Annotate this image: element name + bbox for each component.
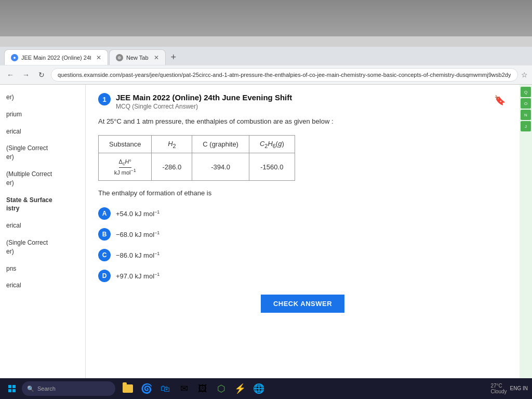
tab-jee[interactable]: ● JEE Main 2022 (Online) 24th Juni... ✕ (4, 49, 108, 65)
option-c-badge: C (98, 249, 111, 261)
question-header: 1 JEE Main 2022 (Online) 24th June Eveni… (98, 93, 507, 110)
option-a[interactable]: A +54.0 kJ mol−1 (98, 207, 507, 220)
question-number: 1 (98, 93, 111, 105)
right-panel: Q O N J (520, 85, 532, 399)
browser-chrome: ● JEE Main 2022 (Online) 24th Juni... ✕ … (0, 47, 532, 85)
game-icon: ⬡ (217, 383, 225, 394)
reload-button[interactable]: ↻ (35, 69, 48, 81)
option-d-badge: D (98, 270, 111, 282)
option-d[interactable]: D +97.0 kJ mol−1 (98, 270, 507, 282)
back-button[interactable]: ← (4, 69, 17, 81)
tab-jee-icon: ● (11, 54, 18, 61)
right-panel-item-3[interactable]: N (521, 110, 531, 120)
option-c[interactable]: C −86.0 kJ mol−1 (98, 249, 507, 261)
taskbar-search[interactable]: 🔍 Search (22, 381, 115, 396)
photo-icon: 🖼 (198, 383, 207, 394)
sidebar-item-multiple-correct[interactable]: (Multiple Correcter) (0, 166, 85, 192)
question-title-block: JEE Main 2022 (Online) 24th June Evening… (116, 93, 292, 110)
option-b[interactable]: B −68.0 kJ mol−1 (98, 228, 507, 241)
right-panel-item-2[interactable]: O (521, 98, 531, 109)
taskbar-app-store[interactable]: 🛍 (157, 380, 174, 397)
sidebar-item-prium[interactable]: prium (0, 106, 85, 123)
start-button[interactable] (4, 381, 20, 396)
address-text: questions.examside.com/past-years/jee/qu… (58, 72, 511, 78)
sidebar: er) prium erical (Single Correcter) (Mul… (0, 85, 86, 399)
taskbar-app-mail[interactable]: ✉ (176, 380, 192, 397)
tab-bar: ● JEE Main 2022 (Online) 24th Juni... ✕ … (0, 47, 532, 65)
table-cell-h2-value: -286.0 (152, 153, 192, 181)
table-header-h2: H2 (152, 135, 192, 153)
taskbar-right: 27°C Cloudy ENG IN (490, 383, 528, 394)
fraction-numerator: ΔcH° (119, 158, 131, 168)
tab-newtab-close[interactable]: ✕ (154, 54, 159, 61)
question-type: MCQ (Single Correct Answer) (116, 103, 292, 110)
content-area: 1 JEE Main 2022 (Online) 24th June Eveni… (86, 85, 520, 399)
check-answer-button[interactable]: CHECK ANSWER (261, 295, 344, 313)
right-panel-item-1[interactable]: Q (521, 87, 531, 97)
taskbar-app-game[interactable]: ⬡ (213, 380, 230, 397)
windows-icon (8, 385, 16, 392)
options-list: A +54.0 kJ mol−1 B −68.0 kJ mol−1 C −86.… (98, 207, 507, 282)
main-layout: er) prium erical (Single Correcter) (Mul… (0, 85, 532, 399)
chrome-icon: 🌐 (253, 383, 264, 394)
sidebar-item-state-surface[interactable]: State & Surfaceistry (0, 192, 85, 218)
store-icon: 🛍 (161, 383, 170, 394)
time-display: ENG IN (510, 385, 528, 392)
sidebar-item-erical3[interactable]: erical (0, 277, 85, 294)
option-c-text: −86.0 kJ mol−1 (116, 251, 159, 259)
question-text: At 25°C and 1 atm pressure, the enthalpi… (98, 116, 507, 127)
tab-jee-label: JEE Main 2022 (Online) 24th Juni... (21, 55, 91, 61)
taskbar-apps: 🌀 🛍 ✉ 🖼 ⬡ ⚡ 🌐 (119, 380, 267, 397)
formation-text: The enthalpy of formation of ethane is (98, 189, 507, 197)
explorer-icon (123, 384, 133, 393)
sidebar-item-erical1[interactable]: erical (0, 123, 85, 140)
table-header-substance: Substance (99, 135, 152, 153)
weather-temp: 27°C (490, 383, 507, 389)
right-panel-item-4[interactable]: J (521, 121, 531, 131)
option-d-text: +97.0 kJ mol−1 (116, 272, 159, 280)
taskbar-app-edge[interactable]: 🌀 (138, 380, 155, 397)
photo-bar (0, 0, 532, 47)
sidebar-item-single-correct2[interactable]: (Single Correcter) (0, 234, 85, 260)
taskbar-app-photo[interactable]: 🖼 (194, 380, 211, 397)
option-a-badge: A (98, 207, 111, 220)
sidebar-item-erical2[interactable]: erical (0, 217, 85, 234)
forward-button[interactable]: → (20, 69, 32, 81)
address-bar[interactable]: questions.examside.com/past-years/jee/qu… (51, 68, 518, 82)
tab-jee-close[interactable]: ✕ (96, 54, 101, 61)
fraction-label: ΔcH° kJ mol−1 (114, 158, 136, 176)
edge-icon: 🌀 (141, 383, 152, 394)
option-a-text: +54.0 kJ mol−1 (116, 209, 159, 218)
fraction-denominator: kJ mol−1 (114, 168, 136, 176)
table-cell-graphite-value: -394.0 (192, 153, 249, 181)
taskbar-search-label: Search (37, 385, 56, 392)
table-header-graphite: C (graphite) (192, 135, 249, 153)
sidebar-item-er[interactable]: er) (0, 89, 85, 106)
weather-info: 27°C Cloudy (490, 383, 507, 394)
security-icon: ⚡ (234, 383, 246, 394)
mail-icon: ✉ (180, 383, 188, 394)
taskbar-search-icon: 🔍 (27, 385, 34, 392)
table-row-label: ΔcH° kJ mol−1 (99, 153, 152, 181)
tab-newtab[interactable]: ⊕ New Tab ✕ (109, 49, 166, 65)
option-b-badge: B (98, 228, 111, 241)
option-b-text: −68.0 kJ mol−1 (116, 230, 159, 238)
bookmark-icon[interactable]: ☆ (521, 71, 528, 79)
weather-condition: Cloudy (490, 389, 507, 394)
new-tab-button[interactable]: + (167, 52, 181, 63)
table-header-ethane: C2H6(g) (249, 135, 295, 153)
taskbar-app-chrome[interactable]: 🌐 (250, 380, 267, 397)
taskbar: 🔍 Search 🌀 🛍 ✉ 🖼 ⬡ ⚡ 🌐 27°C Cloud (0, 378, 532, 399)
tab-newtab-icon: ⊕ (116, 54, 123, 61)
sidebar-item-pns[interactable]: pns (0, 260, 85, 277)
question-exam-title: JEE Main 2022 (Online) 24th June Evening… (116, 93, 292, 102)
table-cell-ethane-value: -1560.0 (249, 153, 295, 181)
address-bar-row: ← → ↻ questions.examside.com/past-years/… (0, 65, 532, 84)
combustion-table: Substance H2 C (graphite) C2H6(g) ΔcH° k… (98, 135, 295, 181)
taskbar-time: ENG IN (510, 385, 528, 392)
sidebar-item-single-correct1[interactable]: (Single Correcter) (0, 140, 85, 166)
bookmark-question-button[interactable]: 🔖 (493, 93, 507, 108)
taskbar-app-security[interactable]: ⚡ (232, 380, 248, 397)
tab-newtab-label: New Tab (126, 55, 149, 61)
taskbar-app-explorer[interactable] (119, 380, 136, 397)
